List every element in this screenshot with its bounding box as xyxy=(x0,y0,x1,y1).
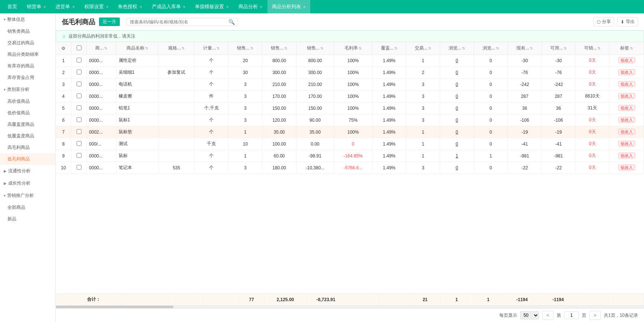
col-view2[interactable]: 浏览...⇅ xyxy=(474,42,508,55)
row-check[interactable] xyxy=(71,67,87,79)
row-check[interactable] xyxy=(71,102,87,114)
nav-permissions[interactable]: 权限设置 × xyxy=(80,0,113,13)
row-check[interactable] xyxy=(71,90,87,102)
table-row: 5 0000... 铅笔1 个,千克 3 150.00 150.00 100% … xyxy=(56,102,644,114)
row-check[interactable] xyxy=(71,162,87,174)
row-coverage: 1.49% xyxy=(372,55,406,67)
row-current-stock: -22 xyxy=(508,162,542,174)
footer-trade-count: 21 xyxy=(409,294,441,305)
row-checkbox[interactable] xyxy=(77,105,81,110)
row-checkbox[interactable] xyxy=(77,165,81,170)
sidebar-item-high-value[interactable]: 高价值商品 xyxy=(0,96,55,107)
row-check[interactable] xyxy=(71,138,87,150)
sidebar-item-all-goods[interactable]: 全部商品 xyxy=(0,202,55,213)
sidebar-item-low-margin[interactable]: 低毛利商品 xyxy=(0,153,55,165)
close-icon[interactable]: × xyxy=(226,4,228,9)
close-icon[interactable]: × xyxy=(106,4,108,9)
select-all-checkbox[interactable] xyxy=(77,45,81,50)
col-sale-qty[interactable]: 销售...⇅ xyxy=(228,42,262,55)
table-row: 6 0000... 鼠标1 个 3 120.00 90.00 75% 1.49%… xyxy=(56,114,644,126)
close-icon[interactable]: × xyxy=(72,4,74,9)
row-check[interactable] xyxy=(71,150,87,162)
next-page-button[interactable]: ＞ xyxy=(589,311,601,320)
col-view1[interactable]: 浏览...⇅ xyxy=(440,42,474,55)
col-code[interactable]: 商...⇅ xyxy=(87,42,116,55)
sidebar-item-traded-goods[interactable]: 交易过的商品 xyxy=(0,37,55,49)
row-checkbox[interactable] xyxy=(77,141,81,146)
col-spec[interactable]: 规格...⇅ xyxy=(158,42,195,55)
col-coverage[interactable]: 覆盖...⇅ xyxy=(372,42,406,55)
period-button[interactable]: 近一月 xyxy=(99,17,120,26)
share-button[interactable]: ⬡ 分享 xyxy=(593,17,614,26)
row-checkbox[interactable] xyxy=(77,82,81,86)
row-gross-rate: 100% xyxy=(334,79,372,90)
row-checkbox[interactable] xyxy=(77,70,81,74)
row-check[interactable] xyxy=(71,79,87,90)
sidebar-item-high-coverage[interactable]: 高覆盖度商品 xyxy=(0,119,55,130)
sidebar-item-sales-goods[interactable]: 销售类商品 xyxy=(0,26,55,37)
row-unit: 个 xyxy=(195,67,228,79)
page-size-select[interactable]: 50 100 xyxy=(520,311,539,319)
col-check[interactable] xyxy=(71,42,87,55)
close-icon[interactable]: × xyxy=(303,4,305,9)
col-trade-count[interactable]: 交易...⇅ xyxy=(406,42,440,55)
row-check[interactable] xyxy=(71,114,87,126)
sidebar-group-growth[interactable]: ▶ 成长性分析 xyxy=(0,177,55,189)
prev-page-button[interactable]: ＜ xyxy=(542,311,554,320)
col-name[interactable]: 商品名称⇅ xyxy=(116,42,158,55)
sidebar-item-new-goods[interactable]: 新品 xyxy=(0,213,55,225)
nav-home[interactable]: 首页 xyxy=(3,0,22,13)
col-tag[interactable]: 标签⇅ xyxy=(609,42,644,55)
sidebar-group-marketing[interactable]: ▾ 营销推广分析 xyxy=(0,189,55,202)
sidebar-item-low-coverage[interactable]: 低覆盖度商品 xyxy=(0,130,55,142)
row-check[interactable] xyxy=(71,55,87,67)
nav-product-entry[interactable]: 产成品入库单 × xyxy=(147,0,190,13)
close-icon[interactable]: × xyxy=(140,4,142,9)
row-checkbox[interactable] xyxy=(77,153,81,158)
row-view1: 0 xyxy=(440,67,474,79)
close-icon[interactable]: × xyxy=(44,4,46,9)
row-checkbox[interactable] xyxy=(77,117,81,122)
col-settings[interactable]: ⚙ xyxy=(56,42,71,55)
nav-template-settings[interactable]: 单据模板设置 × xyxy=(190,0,233,13)
sidebar-item-low-value[interactable]: 低价值商品 xyxy=(0,107,55,119)
sidebar-item-category-rate[interactable]: 商品分类助销率 xyxy=(0,49,55,60)
sidebar-group-category[interactable]: ▾ 类别富分析 xyxy=(0,83,55,96)
nav-product-analysis[interactable]: 商品分析 × xyxy=(234,0,267,13)
nav-role-auth[interactable]: 角色授权 × xyxy=(113,0,146,13)
col-saleable[interactable]: 可销...⇅ xyxy=(576,42,609,55)
col-current-stock[interactable]: 现有...⇅ xyxy=(508,42,542,55)
export-button[interactable]: ⬇ 导出 xyxy=(617,17,638,26)
table-container[interactable]: ⚙ 商...⇅ 商品名称⇅ 规格...⇅ 计量...⇅ 销售...⇅ 销售...… xyxy=(56,42,644,293)
close-icon[interactable]: × xyxy=(183,4,185,9)
col-sale-price[interactable]: 销售...⇅ xyxy=(262,42,296,55)
row-tag: 低收入 xyxy=(609,90,644,102)
search-input[interactable] xyxy=(130,19,228,25)
nav-sales-order[interactable]: 销货单 × xyxy=(22,0,50,13)
row-sale-qty: 3 xyxy=(228,102,262,114)
nav-purchase-order[interactable]: 进货单 × xyxy=(51,0,79,13)
row-checkbox[interactable] xyxy=(77,58,81,63)
row-check[interactable] xyxy=(71,126,87,138)
sidebar-item-stock-capital[interactable]: 库存资金占用 xyxy=(0,72,55,83)
row-checkbox[interactable] xyxy=(77,129,81,134)
row-trade-count: 3 xyxy=(406,102,440,114)
row-sale-amount: 170.00 xyxy=(296,90,334,102)
row-checkbox[interactable] xyxy=(77,93,81,98)
footer-available: -1194 xyxy=(540,294,576,305)
row-sale-qty: 10 xyxy=(228,138,262,150)
col-sale-amount[interactable]: 销售...⇅ xyxy=(296,42,334,55)
col-gross-rate[interactable]: 毛利率⇅ xyxy=(334,42,372,55)
close-icon[interactable]: × xyxy=(260,4,262,9)
col-unit[interactable]: 计量...⇅ xyxy=(195,42,228,55)
sidebar-item-stocked-goods[interactable]: 有库存的商品 xyxy=(0,60,55,72)
horizontal-scrollbar[interactable] xyxy=(56,305,644,308)
page-number-input[interactable] xyxy=(564,312,579,319)
sidebar-group-overall[interactable]: ▾ 整体信息 xyxy=(0,13,55,26)
nav-product-analysis-list[interactable]: 商品分析列表 × xyxy=(267,0,310,13)
row-saleable: 0天 xyxy=(576,114,609,126)
table-row: 2 0000... 吴细细1 参加复试 个 30 300.00 300.00 1… xyxy=(56,67,644,79)
sidebar-group-circulation[interactable]: ▶ 流通性分析 xyxy=(0,165,55,177)
col-available[interactable]: 可用...⇅ xyxy=(542,42,576,55)
sidebar-item-high-margin[interactable]: 高毛利商品 xyxy=(0,142,55,153)
